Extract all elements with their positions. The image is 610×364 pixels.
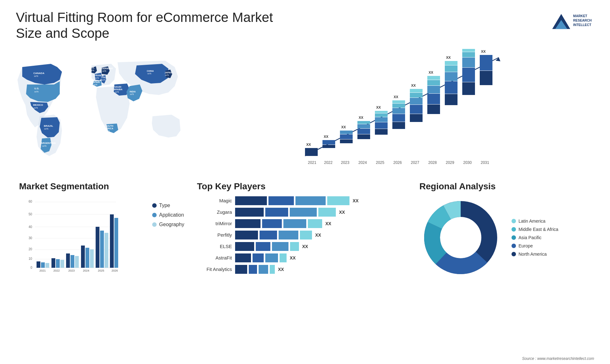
svg-rect-72 <box>410 105 423 114</box>
svg-text:xx%: xx% <box>165 74 169 76</box>
list-item: Magic XX <box>197 196 407 205</box>
latin-america-dot <box>512 219 516 223</box>
player-value-fitanalytics: XX <box>278 267 284 272</box>
svg-rect-39 <box>305 148 318 156</box>
svg-text:ARABIA: ARABIA <box>114 88 122 91</box>
svg-text:AFRICA: AFRICA <box>105 127 113 130</box>
svg-rect-93 <box>462 68 475 82</box>
player-value-else: XX <box>302 244 308 249</box>
bottom-grid: Market Segmentation 60 50 40 30 20 10 0 <box>10 178 600 356</box>
asia-pacific-label: Asia Pacific <box>518 235 541 240</box>
player-value-perfitly: XX <box>315 233 321 238</box>
svg-rect-133 <box>96 227 99 268</box>
svg-rect-85 <box>445 94 458 105</box>
svg-rect-96 <box>462 49 475 52</box>
svg-text:RESEARCH: RESEARCH <box>573 19 592 22</box>
svg-rect-54 <box>357 121 370 124</box>
svg-text:2028: 2028 <box>428 160 437 165</box>
legend-type: Type <box>152 203 184 208</box>
svg-rect-61 <box>375 111 388 113</box>
svg-rect-87 <box>445 72 458 81</box>
player-bars-fitanalytics <box>235 265 275 274</box>
svg-rect-71 <box>410 114 423 122</box>
svg-text:XX: XX <box>394 95 398 99</box>
svg-text:INDIA: INDIA <box>130 91 136 93</box>
svg-text:xx%: xx% <box>34 91 38 93</box>
world-map: CANADA xx% U.S. xx% MEXICO xx% BRAZIL xx… <box>13 48 197 169</box>
svg-text:2026: 2026 <box>112 269 118 272</box>
player-name-perfitly: Perfitly <box>197 232 232 238</box>
svg-text:XX: XX <box>359 116 363 119</box>
segmentation-chart: 60 50 40 30 20 10 0 <box>19 196 121 273</box>
svg-text:2021: 2021 <box>308 160 316 165</box>
svg-text:2023: 2023 <box>68 269 75 272</box>
svg-rect-47 <box>340 134 353 139</box>
svg-text:2030: 2030 <box>463 160 472 165</box>
svg-text:2024: 2024 <box>358 160 367 165</box>
svg-text:2022: 2022 <box>324 160 333 165</box>
svg-rect-42 <box>322 145 335 148</box>
svg-text:2021: 2021 <box>39 269 46 272</box>
header: Virtual Fitting Room for eCommerce Marke… <box>0 0 610 45</box>
bar-chart-section: XX 2021 XX 2022 XX 2023 XX 2024 <box>200 45 600 178</box>
legend-asia-pacific: Asia Pacific <box>512 235 558 240</box>
list-item: ELSE XX <box>197 242 407 251</box>
svg-text:2024: 2024 <box>83 269 89 272</box>
source-text: Source : www.marketresearchintellect.com <box>522 356 594 361</box>
legend-application: Application <box>152 212 184 218</box>
svg-text:xx%: xx% <box>90 69 94 71</box>
svg-text:XX: XX <box>306 143 311 146</box>
player-name-trimirror: triMirror <box>197 221 232 226</box>
regional-title: Regional Analysis <box>419 181 591 192</box>
player-bars-trimirror <box>235 219 322 228</box>
svg-text:SPAIN: SPAIN <box>93 81 100 83</box>
svg-text:xx%: xx% <box>102 79 106 81</box>
svg-rect-88 <box>445 65 458 72</box>
player-bars-magic <box>235 196 349 205</box>
legend-europe: Europe <box>512 243 558 248</box>
svg-text:2025: 2025 <box>98 269 104 272</box>
svg-rect-100 <box>480 55 492 71</box>
svg-rect-86 <box>445 81 458 94</box>
svg-rect-130 <box>85 248 89 268</box>
svg-rect-73 <box>410 98 423 104</box>
svg-text:xx%: xx% <box>34 107 38 109</box>
europe-label: Europe <box>518 243 533 248</box>
svg-text:xx%: xx% <box>44 128 48 130</box>
middle-east-dot <box>512 227 516 232</box>
svg-rect-52 <box>357 129 370 134</box>
svg-rect-127 <box>75 256 79 268</box>
application-label: Application <box>159 212 184 218</box>
svg-text:2031: 2031 <box>481 160 489 165</box>
players-container: Magic XX Zugara <box>197 196 407 274</box>
application-dot <box>152 213 157 217</box>
segmentation-section: Market Segmentation 60 50 40 30 20 10 0 <box>13 178 191 356</box>
content-grid: CANADA xx% U.S. xx% MEXICO xx% BRAZIL xx… <box>0 45 610 356</box>
svg-text:SAUDI: SAUDI <box>114 86 121 88</box>
svg-rect-59 <box>375 117 388 122</box>
svg-text:30: 30 <box>29 236 32 240</box>
player-bars-zugara <box>235 208 336 217</box>
player-bars-astrafit <box>235 253 287 262</box>
svg-rect-65 <box>392 114 405 122</box>
svg-text:ARGENTINA: ARGENTINA <box>41 142 56 145</box>
svg-rect-95 <box>462 52 475 57</box>
svg-rect-126 <box>71 255 74 268</box>
svg-text:2026: 2026 <box>393 160 402 165</box>
regional-container: Latin America Middle East & Africa Asia … <box>419 196 591 279</box>
svg-text:INTELLECT: INTELLECT <box>573 23 592 27</box>
svg-rect-78 <box>427 104 440 114</box>
svg-text:MEXICO: MEXICO <box>33 104 43 106</box>
north-america-label: North America <box>518 252 547 257</box>
legend-latin-america: Latin America <box>512 219 558 224</box>
svg-text:xx%: xx% <box>102 70 106 72</box>
key-players-title: Top Key Players <box>197 181 407 192</box>
player-value-astrafit: XX <box>290 255 296 260</box>
list-item: Zugara XX <box>197 208 407 217</box>
legend-north-america: North America <box>512 252 558 257</box>
regional-section: Regional Analysis <box>413 178 597 356</box>
svg-text:xx%: xx% <box>34 75 38 77</box>
player-name-fitanalytics: Fit Analytics <box>197 266 232 272</box>
svg-rect-123 <box>60 260 64 268</box>
svg-rect-43 <box>322 140 335 145</box>
